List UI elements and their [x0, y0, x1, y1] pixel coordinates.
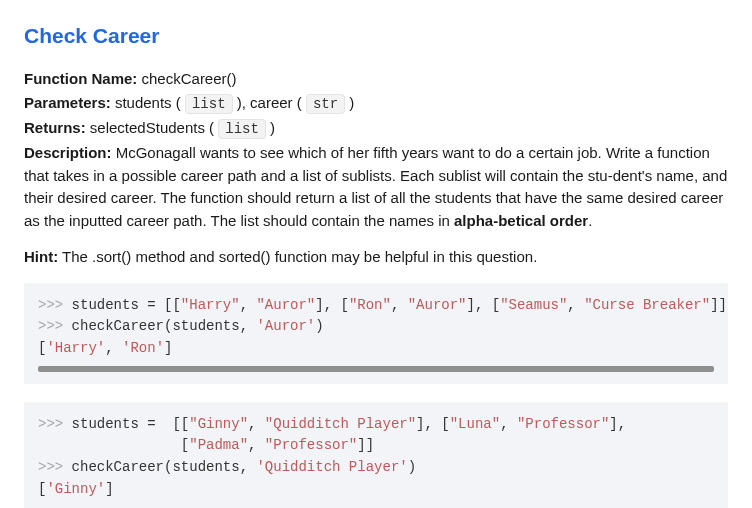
description-label: Description:: [24, 144, 112, 161]
description-suffix: .: [588, 212, 592, 229]
page-title: Check Career: [24, 20, 728, 52]
returns-type: list: [218, 119, 266, 139]
param2-type: str: [306, 94, 345, 114]
function-name-label: Function Name:: [24, 70, 137, 87]
param1-type: list: [185, 94, 233, 114]
returns-line: Returns: selectedStudents ( list ): [24, 117, 728, 140]
description-text: McGonagall wants to see which of her fif…: [24, 144, 727, 229]
hint: Hint: The .sort() method and sorted() fu…: [24, 246, 728, 269]
description-bold: alpha‐betical order: [454, 212, 588, 229]
code-example-2: >>> students = [["Ginny", "Quidditch Pla…: [24, 402, 728, 508]
parameters-line: Parameters: students ( list ), career ( …: [24, 92, 728, 115]
returns-name: selectedStudents: [90, 119, 205, 136]
description: Description: McGonagall wants to see whi…: [24, 142, 728, 232]
returns-label: Returns:: [24, 119, 86, 136]
hint-label: Hint:: [24, 248, 58, 265]
param1-name: students: [115, 94, 172, 111]
hint-text: The .sort() method and sorted() function…: [58, 248, 537, 265]
function-name-value: checkCareer(): [142, 70, 237, 87]
parameters-label: Parameters:: [24, 94, 111, 111]
param2-name: career: [250, 94, 293, 111]
code-example-1: >>> students = [["Harry", "Auror"], ["Ro…: [24, 283, 728, 384]
function-name-line: Function Name: checkCareer(): [24, 68, 728, 91]
